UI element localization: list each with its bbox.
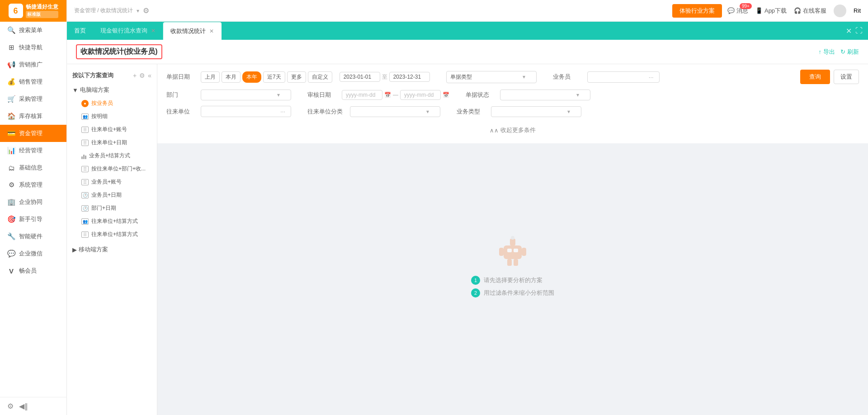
marketing-icon: 📢 xyxy=(7,61,15,69)
sidebar-item-purchase[interactable]: 🛒 采购管理 xyxy=(0,90,66,108)
schema-item-partner-settlement2-label: 往来单位+结算方式 xyxy=(91,231,138,238)
schema-item-partner-settlement1[interactable]: 👥 往来单位+结算方式 xyxy=(69,215,155,228)
breadcrumb-dropdown[interactable]: ▾ xyxy=(137,8,139,14)
review-date-from[interactable]: yyyy-mm-dd xyxy=(342,90,382,100)
setting-button[interactable]: 设置 xyxy=(834,70,859,84)
salesman-more-btn[interactable]: ··· xyxy=(647,74,656,80)
refresh-button[interactable]: ↻ 刷新 xyxy=(840,48,859,56)
bottom-collapse-btn[interactable]: ◀‖ xyxy=(19,402,28,410)
sidebar-item-basic[interactable]: 🗂 基础信息 xyxy=(0,159,66,176)
date-more[interactable]: 更多 xyxy=(287,71,306,83)
panel-header: 按以下方案查询 + ⚙ « xyxy=(67,68,157,83)
review-date-to[interactable]: yyyy-mm-dd xyxy=(400,90,441,100)
schema-item-salesman-date[interactable]: 🕐 业务员+日期 xyxy=(69,189,155,202)
dept-label: 部门 xyxy=(166,91,193,99)
svg-rect-5 xyxy=(499,248,504,256)
date-from-input[interactable]: 2023-01-01 xyxy=(340,72,380,82)
doc-status-select[interactable]: ▾ xyxy=(500,90,590,100)
sidebar-label-member: 畅会员 xyxy=(19,267,37,275)
svg-rect-0 xyxy=(504,245,522,259)
calendar-icon-to[interactable]: 📅 xyxy=(443,92,449,98)
desktop-group-title[interactable]: ▼ 电脑端方案 xyxy=(67,83,157,97)
calendar-icon-from[interactable]: 📅 xyxy=(384,92,391,98)
schema-item-partner-account[interactable]: ☰ 往来单位+账号 xyxy=(69,123,155,136)
partner-category-label: 往来单位分类 xyxy=(307,108,343,116)
user-avatar[interactable] xyxy=(834,5,846,17)
panel-header-label: 按以下方案查询 xyxy=(72,71,113,80)
app-download-action[interactable]: 📱 App下载 xyxy=(755,7,787,15)
partner-category-select[interactable]: ▾ xyxy=(350,106,440,117)
date-last-month[interactable]: 上月 xyxy=(201,71,220,83)
sidebar-label-marketing: 营销推广 xyxy=(19,61,42,69)
export-icon: ↑ xyxy=(819,48,822,55)
sidebar-item-warehouse[interactable]: 🏠 库存核算 xyxy=(0,108,66,125)
setting-schema-btn[interactable]: ⚙ xyxy=(139,72,145,79)
schema-item-salesman-settlement[interactable]: 业务员+结算方式 xyxy=(69,149,155,162)
online-service-action[interactable]: 🎧 在线客服 xyxy=(794,7,826,15)
sidebar-item-sales[interactable]: 💰 销售管理 xyxy=(0,73,66,90)
trial-button[interactable]: 体验行业方案 xyxy=(672,4,722,18)
basic-icon: 🗂 xyxy=(7,164,15,172)
date-this-year[interactable]: 本年 xyxy=(242,71,261,83)
bottom-settings-btn[interactable]: ⚙ xyxy=(7,402,14,410)
biz-type-select[interactable]: ▾ xyxy=(491,106,581,117)
panel-header-icons: + ⚙ « xyxy=(133,72,151,79)
query-button[interactable]: 查询 xyxy=(800,70,830,84)
sidebar-label-purchase: 采购管理 xyxy=(19,95,42,103)
tab-receipt[interactable]: 收款情况统计 ✕ xyxy=(163,22,222,40)
sidebar-item-quicknav[interactable]: ⊞ 快捷导航 xyxy=(0,39,66,56)
empty-illustration xyxy=(495,234,531,270)
tab-bank-close[interactable]: ✕ xyxy=(151,28,156,34)
finance-icon: 💳 xyxy=(7,129,15,137)
doc-type-select[interactable]: 单据类型 ▾ xyxy=(446,71,537,83)
collapse-panel-btn[interactable]: « xyxy=(148,72,151,79)
sidebar-item-wechat[interactable]: 💬 企业微信 xyxy=(0,245,66,262)
top-header: 资金管理 / 收款情况统计 ▾ ⚙ 体验行业方案 💬 消息 99+ 📱 App下… xyxy=(67,0,868,22)
sidebar-item-search[interactable]: 🔍 搜索菜单 xyxy=(0,22,66,39)
sidebar-item-operation[interactable]: 📊 经营管理 xyxy=(0,142,66,159)
doc-type-arrow: ▾ xyxy=(523,74,525,80)
tab-home[interactable]: 首页 xyxy=(67,22,93,40)
schema-item-partner-date[interactable]: ☰ 往来单位+日期 xyxy=(69,136,155,149)
schema-item-partner-settlement2[interactable]: ☰ 往来单位+结算方式 xyxy=(69,228,155,241)
schema-item-by-salesman[interactable]: ● 按业务员 xyxy=(69,97,155,110)
sidebar-item-member[interactable]: V 畅会员 xyxy=(0,262,66,279)
dept-select[interactable]: ▾ xyxy=(201,90,291,100)
message-action[interactable]: 💬 消息 99+ xyxy=(727,7,748,15)
svg-rect-2 xyxy=(514,249,518,252)
partner-more-btn[interactable]: ··· xyxy=(278,108,287,115)
salesman-date-icon: 🕐 xyxy=(81,192,89,198)
svg-rect-3 xyxy=(510,239,515,245)
sidebar-item-system[interactable]: ⚙ 系统管理 xyxy=(0,176,66,193)
sidebar-item-corp[interactable]: 🏢 企业协同 xyxy=(0,193,66,211)
tab-bank-label: 现金银行流水查询 xyxy=(100,27,147,35)
sidebar-item-marketing[interactable]: 📢 营销推广 xyxy=(0,56,66,73)
breadcrumb: 资金管理 / 收款情况统计 xyxy=(74,7,133,14)
export-button[interactable]: ↑ 导出 xyxy=(819,48,835,56)
online-service-label: 在线客服 xyxy=(803,7,826,15)
schema-item-salesman-settlement-label: 业务员+结算方式 xyxy=(89,152,130,160)
date-this-month[interactable]: 本月 xyxy=(222,71,241,83)
member-icon: V xyxy=(7,267,15,275)
header-gear-btn[interactable]: ⚙ xyxy=(143,6,149,15)
main-area: 资金管理 / 收款情况统计 ▾ ⚙ 体验行业方案 💬 消息 99+ 📱 App下… xyxy=(67,0,868,415)
date-to-input[interactable]: 2023-12-31 xyxy=(389,72,430,82)
date-7days[interactable]: 近7天 xyxy=(263,71,285,83)
tab-bank[interactable]: 现金银行流水查询 ✕ xyxy=(93,22,163,40)
tab-close-all-btn[interactable]: ✕ xyxy=(846,27,852,35)
schema-item-dept-date[interactable]: 🕐 部门+日期 xyxy=(69,202,155,215)
collapse-filter-btn[interactable]: ∧∧ 收起更多条件 xyxy=(166,123,859,138)
schema-item-salesman-date-label: 业务员+日期 xyxy=(91,191,122,199)
purchase-icon: 🛒 xyxy=(7,95,15,103)
schema-item-salesman-account[interactable]: ☰ 业务员+账号 xyxy=(69,175,155,189)
schema-item-partner-dept[interactable]: ☰ 按往来单位+部门+收... xyxy=(69,162,155,175)
mobile-group-title[interactable]: ▶ 移动端方案 xyxy=(67,243,157,256)
sidebar-item-finance[interactable]: 💳 资金管理 xyxy=(0,125,66,142)
tab-receipt-close[interactable]: ✕ xyxy=(209,28,214,34)
sidebar-item-guide[interactable]: 🎯 新手引导 xyxy=(0,211,66,228)
schema-item-by-detail[interactable]: 👥 按明细 xyxy=(69,110,155,123)
add-schema-btn[interactable]: + xyxy=(133,72,137,79)
tab-expand-btn[interactable]: ⛶ xyxy=(855,27,863,35)
sidebar-item-hardware[interactable]: 🔧 智能硬件 xyxy=(0,228,66,245)
date-custom[interactable]: 自定义 xyxy=(308,71,332,83)
